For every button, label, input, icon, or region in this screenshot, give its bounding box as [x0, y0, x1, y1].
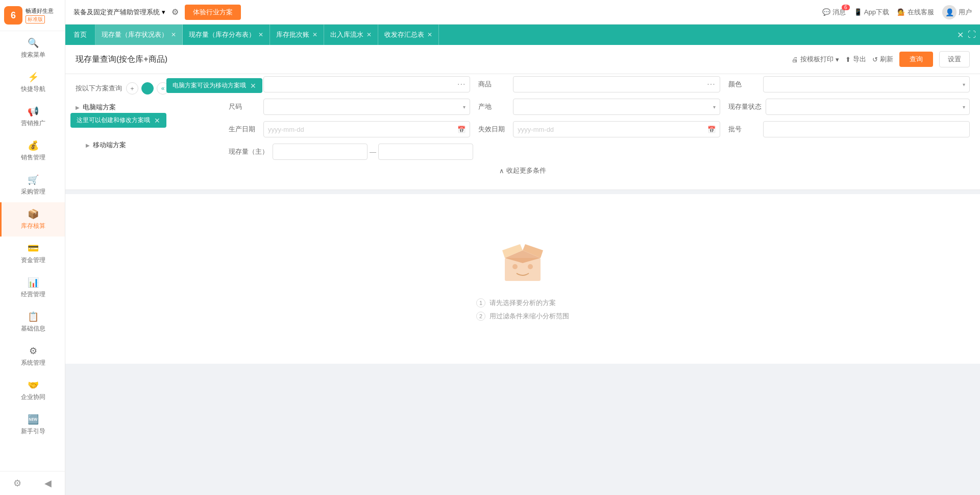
- warehouse-input[interactable]: ···: [263, 76, 470, 92]
- app-download-label: App下载: [864, 8, 889, 17]
- logo-icon: 6: [4, 6, 22, 25]
- base-icon: 📋: [28, 311, 39, 322]
- marketing-icon: 📢: [28, 106, 39, 117]
- step-num-1: 1: [476, 298, 485, 308]
- logo-text-area: 畅通好生意 标准版: [26, 7, 54, 23]
- tab-home[interactable]: 首页: [65, 25, 95, 45]
- sidebar-item-search[interactable]: 🔍 搜索菜单: [0, 31, 65, 65]
- content-area: 现存量查询(按仓库+商品) 🖨 按模板打印 ▾ ⬆ 导出 ↺ 刷新 查询 设置: [65, 45, 980, 495]
- refresh-label: 刷新: [880, 55, 893, 64]
- tab-close-inout-flow[interactable]: ✕: [366, 31, 372, 38]
- refresh-action[interactable]: ↺ 刷新: [872, 55, 893, 64]
- tab-home-label: 首页: [74, 30, 87, 39]
- tab-close-inventory-status[interactable]: ✕: [171, 31, 176, 38]
- add-scheme-btn[interactable]: ＋: [126, 82, 138, 95]
- tab-close-all-icon[interactable]: ✕: [957, 30, 964, 40]
- tab-inout-flow[interactable]: 出入库流水 ✕: [324, 25, 378, 45]
- message-icon: 💬: [822, 8, 830, 16]
- scheme-node-pc[interactable]: ▶ 电脑端方案: [76, 101, 970, 114]
- sidebar-item-purchase[interactable]: 🛒 采购管理: [0, 168, 65, 202]
- app-header: 装备及固定资产辅助管理系统 ▾ ⚙ 体验行业方案 💬 6 消息 📱 App下载 …: [65, 0, 980, 25]
- user-area[interactable]: 👤 用户: [942, 5, 972, 19]
- guide-icon: 🆕: [28, 414, 39, 425]
- sidebar-item-base[interactable]: 📋 基础信息: [0, 305, 65, 339]
- filter-section: 按以下方案查询 ＋ « 电脑方案可设为移动方案哦 ✕: [65, 74, 980, 190]
- filter-row-1: 仓库 ··· 商品 ··· 颜色: [229, 76, 970, 92]
- collapse-sidebar-icon[interactable]: ◀: [44, 478, 52, 489]
- export-icon: ⬆: [845, 56, 851, 63]
- logo-area: 6 畅通好生意 标准版: [0, 0, 65, 31]
- empty-step-1-text: 请先选择要分析的方案: [489, 296, 556, 310]
- tab-close-recv-summary[interactable]: ✕: [427, 31, 432, 38]
- search-icon: 🔍: [28, 37, 39, 49]
- tooltip-add-text: 电脑方案可设为移动方案哦: [173, 81, 246, 90]
- export-action[interactable]: ⬆ 导出: [845, 55, 866, 64]
- scheme-node-mobile[interactable]: ▶ 移动端方案: [86, 138, 970, 152]
- header-left: 装备及固定资产辅助管理系统 ▾ ⚙ 体验行业方案: [74, 5, 241, 20]
- tab-inventory-dist-label: 现存量（库存分布表）: [189, 30, 255, 39]
- empty-step-2-text: 用过滤条件来缩小分析范围: [489, 310, 569, 323]
- refresh-icon: ↺: [872, 56, 878, 63]
- sidebar-label-collab: 企业协同: [21, 393, 45, 402]
- export-label: 导出: [853, 55, 866, 64]
- notification-area[interactable]: 💬 6 消息: [822, 8, 846, 17]
- main-area: 装备及固定资产辅助管理系统 ▾ ⚙ 体验行业方案 💬 6 消息 📱 App下载 …: [65, 0, 980, 495]
- product-field: 商品 ···: [478, 76, 720, 92]
- sidebar-item-marketing[interactable]: 📢 营销推广: [0, 100, 65, 134]
- tab-recv-summary[interactable]: 收发存汇总表 ✕: [378, 25, 439, 45]
- system-icon: ⚙: [29, 345, 37, 357]
- empty-state: 1 请先选择要分析的方案 2 用过滤条件来缩小分析范围: [65, 194, 980, 364]
- sidebar-item-quick[interactable]: ⚡ 快捷导航: [0, 65, 65, 100]
- sidebar-item-operations[interactable]: 📊 经营管理: [0, 271, 65, 305]
- user-label: 用户: [959, 8, 972, 17]
- sidebar-bottom: ⚙ ◀: [0, 471, 65, 495]
- print-arrow: ▾: [836, 56, 839, 63]
- tab-batch-account[interactable]: 库存批次账 ✕: [270, 25, 324, 45]
- settings-bottom-icon[interactable]: ⚙: [13, 478, 21, 489]
- tab-inventory-status[interactable]: 现存量（库存状况表） ✕: [95, 25, 183, 45]
- tab-inout-flow-label: 出入库流水: [330, 30, 363, 39]
- sidebar-menu: 🔍 搜索菜单 ⚡ 快捷导航 📢 营销推广 💰 销售管理 🛒 采购管理 📦 库存核…: [0, 31, 65, 471]
- collapse-more-btn[interactable]: ∧ 收起更多条件: [76, 160, 970, 181]
- reset-button[interactable]: 设置: [939, 51, 970, 67]
- page-header: 现存量查询(按仓库+商品) 🖨 按模板打印 ▾ ⬆ 导出 ↺ 刷新 查询 设置: [65, 45, 980, 74]
- filter-label: 按以下方案查询: [76, 84, 122, 93]
- settings-icon[interactable]: ⚙: [172, 7, 179, 17]
- tooltip-create-close[interactable]: ✕: [154, 116, 160, 125]
- sidebar-item-sales[interactable]: 💰 销售管理: [0, 134, 65, 168]
- sidebar-item-guide[interactable]: 🆕 新手引导: [0, 408, 65, 442]
- color-field: 颜色 ▾: [728, 76, 970, 92]
- color-label: 颜色: [728, 80, 759, 89]
- page-title: 现存量查询(按仓库+商品): [76, 54, 167, 65]
- notification-badge: 6: [842, 5, 850, 10]
- warehouse-dots: ···: [457, 80, 465, 89]
- query-button[interactable]: 查询: [899, 52, 933, 67]
- sidebar-label-search: 搜索菜单: [21, 51, 45, 59]
- print-icon: 🖨: [792, 56, 798, 63]
- print-action[interactable]: 🖨 按模板打印 ▾: [792, 55, 839, 64]
- active-dot-btn[interactable]: [141, 82, 154, 95]
- sidebar-item-inventory[interactable]: 📦 库存核算: [0, 202, 65, 237]
- sidebar-item-collab[interactable]: 🤝 企业协同: [0, 373, 65, 408]
- sidebar-item-system[interactable]: ⚙ 系统管理: [0, 339, 65, 373]
- warehouse-field: 仓库 ···: [229, 76, 470, 92]
- pc-scheme-label: 电脑端方案: [83, 103, 116, 112]
- trial-button[interactable]: 体验行业方案: [185, 5, 241, 20]
- tooltip-add-close[interactable]: ✕: [250, 82, 256, 90]
- product-input[interactable]: ···: [513, 76, 720, 92]
- tooltip-add-scheme: 电脑方案可设为移动方案哦 ✕: [166, 78, 262, 93]
- tab-close-inventory-dist[interactable]: ✕: [258, 31, 263, 38]
- sidebar: 6 畅通好生意 标准版 🔍 搜索菜单 ⚡ 快捷导航 📢 营销推广 💰 销售管理 …: [0, 0, 65, 495]
- online-service-area[interactable]: 💁 在线客服: [897, 8, 934, 17]
- app-download-area[interactable]: 📱 App下载: [854, 8, 889, 17]
- sidebar-item-finance[interactable]: 💳 资金管理: [0, 237, 65, 271]
- sidebar-label-inventory: 库存核算: [21, 222, 45, 230]
- tab-fullscreen-icon[interactable]: ⛶: [968, 30, 976, 39]
- svg-point-5: [528, 264, 533, 269]
- tab-close-batch-account[interactable]: ✕: [312, 31, 317, 38]
- print-label: 按模板打印: [800, 55, 834, 64]
- tab-inventory-dist[interactable]: 现存量（库存分布表） ✕: [183, 25, 270, 45]
- system-name: 装备及固定资产辅助管理系统: [74, 8, 160, 17]
- color-input[interactable]: ▾: [763, 76, 970, 92]
- system-name-dropdown[interactable]: 装备及固定资产辅助管理系统 ▾: [74, 8, 165, 17]
